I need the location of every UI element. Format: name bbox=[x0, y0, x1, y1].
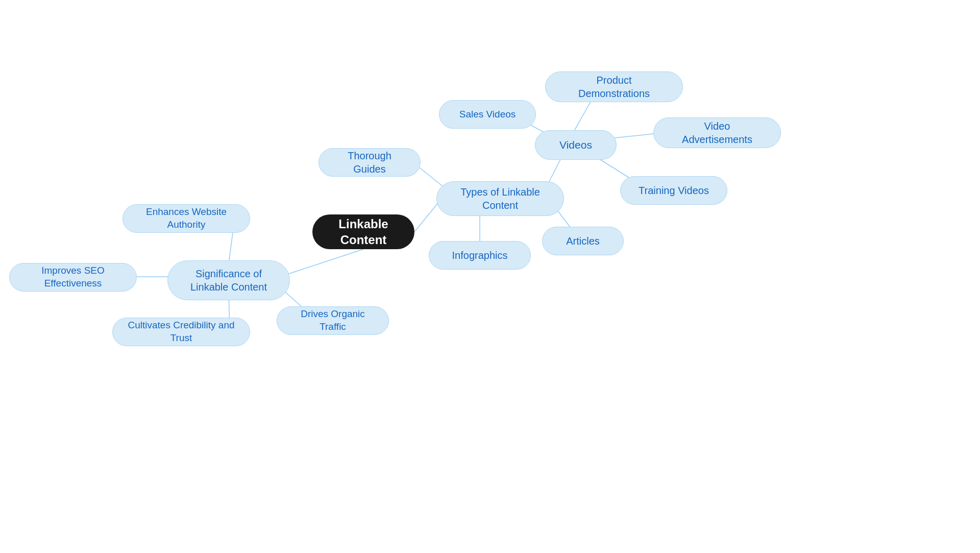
articles-node: Articles bbox=[542, 227, 624, 255]
video-ads-node: Video Advertisements bbox=[653, 117, 781, 148]
cultivates-node: Cultivates Credibility and Trust bbox=[112, 318, 250, 346]
videos-node: Videos bbox=[535, 130, 617, 160]
significance-node: Significance of Linkable Content bbox=[167, 260, 290, 300]
improves-node: Improves SEO Effectiveness bbox=[9, 263, 137, 292]
training-videos-node: Training Videos bbox=[620, 176, 727, 205]
drives-node: Drives Organic Traffic bbox=[277, 306, 389, 335]
center-node: Linkable Content bbox=[312, 214, 414, 249]
thorough-node: Thorough Guides bbox=[318, 148, 421, 177]
sales-videos-node: Sales Videos bbox=[439, 100, 536, 129]
enhances-node: Enhances Website Authority bbox=[122, 204, 250, 233]
svg-line-6 bbox=[415, 164, 444, 187]
product-demos-node: Product Demonstrations bbox=[545, 71, 683, 102]
svg-line-0 bbox=[280, 249, 363, 277]
infographics-node: Infographics bbox=[429, 241, 531, 270]
types-node: Types of Linkable Content bbox=[436, 181, 564, 216]
